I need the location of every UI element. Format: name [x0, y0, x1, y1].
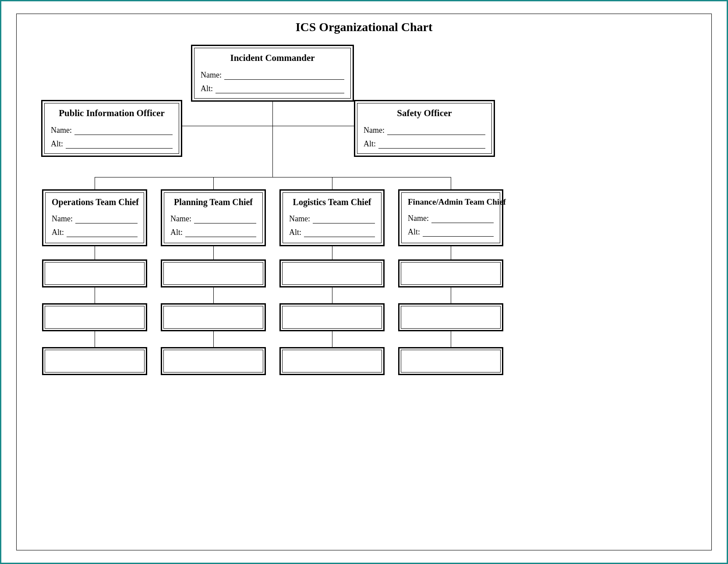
- logistics-chief-title: Logistics Team Chief: [289, 197, 375, 207]
- safety-officer-title: Safety Officer: [364, 108, 485, 119]
- blank-line[interactable]: [378, 141, 485, 149]
- pio-name-field: Name:: [51, 126, 173, 135]
- safety-alt-field: Alt:: [364, 139, 485, 149]
- connector: [182, 126, 354, 126]
- sub-box[interactable]: [42, 347, 147, 375]
- finance-alt-field: Alt:: [408, 227, 494, 237]
- chart-title: ICS Organizational Chart: [17, 20, 711, 34]
- blank-line[interactable]: [185, 229, 256, 237]
- blank-line[interactable]: [194, 216, 256, 223]
- incident-commander-box: Incident Commander Name: Alt:: [191, 45, 354, 102]
- pio-box: Public Information Officer Name: Alt:: [41, 100, 182, 157]
- name-label: Name:: [201, 71, 222, 80]
- finance-name-field: Name:: [408, 214, 494, 223]
- planning-alt-field: Alt:: [170, 228, 256, 237]
- sub-box[interactable]: [279, 303, 385, 331]
- blank-line[interactable]: [74, 127, 173, 135]
- inner-frame: ICS Organizational Chart Incident Comman…: [16, 14, 712, 550]
- safety-name-field: Name:: [364, 126, 485, 135]
- pio-title: Public Information Officer: [51, 108, 173, 119]
- name-label: Name:: [51, 126, 72, 135]
- sub-box[interactable]: [42, 303, 147, 331]
- operations-chief-box: Operations Team Chief Name: Alt:: [42, 189, 147, 246]
- alt-label: Alt:: [51, 139, 63, 149]
- sub-box[interactable]: [161, 303, 266, 331]
- planning-chief-title: Planning Team Chief: [170, 197, 256, 207]
- sub-box[interactable]: [279, 259, 385, 287]
- operations-alt-field: Alt:: [52, 228, 138, 237]
- operations-chief-title: Operations Team Chief: [52, 197, 138, 207]
- sub-box[interactable]: [42, 259, 147, 287]
- alt-label: Alt:: [289, 228, 301, 237]
- planning-name-field: Name:: [170, 214, 256, 223]
- blank-line[interactable]: [423, 229, 494, 237]
- connector: [95, 177, 95, 190]
- connector: [451, 177, 451, 190]
- alt-label: Alt:: [170, 228, 183, 237]
- sub-box[interactable]: [398, 347, 503, 375]
- name-label: Name:: [170, 214, 191, 223]
- name-label: Name:: [364, 126, 385, 135]
- alt-label: Alt:: [364, 139, 376, 149]
- alt-label: Alt:: [408, 227, 420, 237]
- blank-line[interactable]: [387, 127, 485, 135]
- planning-chief-box: Planning Team Chief Name: Alt:: [161, 189, 266, 246]
- finance-chief-title: Finance/Admin Team Chief: [408, 197, 494, 207]
- outer-frame: ICS Organizational Chart Incident Comman…: [0, 0, 728, 564]
- name-label: Name:: [52, 214, 73, 223]
- logistics-chief-box: Logistics Team Chief Name: Alt:: [279, 189, 385, 246]
- blank-line[interactable]: [66, 141, 173, 149]
- finance-chief-box: Finance/Admin Team Chief Name: Alt:: [398, 189, 503, 246]
- sub-box[interactable]: [398, 259, 503, 287]
- incident-commander-title: Incident Commander: [201, 53, 344, 64]
- sub-box[interactable]: [161, 259, 266, 287]
- connector: [332, 177, 332, 190]
- name-label: Name:: [289, 214, 310, 223]
- blank-line[interactable]: [216, 85, 344, 93]
- connector: [272, 100, 273, 126]
- sub-box[interactable]: [161, 347, 266, 375]
- blank-line[interactable]: [67, 229, 138, 237]
- alt-label: Alt:: [52, 228, 64, 237]
- connector: [95, 177, 451, 177]
- alt-label: Alt:: [201, 84, 213, 93]
- commander-alt-field: Alt:: [201, 84, 344, 93]
- connector: [213, 177, 214, 190]
- sub-box[interactable]: [279, 347, 385, 375]
- blank-line[interactable]: [313, 216, 375, 223]
- blank-line[interactable]: [75, 216, 138, 223]
- logistics-name-field: Name:: [289, 214, 375, 223]
- operations-name-field: Name:: [52, 214, 138, 223]
- connector: [272, 126, 273, 177]
- commander-name-field: Name:: [201, 71, 344, 80]
- logistics-alt-field: Alt:: [289, 228, 375, 237]
- safety-officer-box: Safety Officer Name: Alt:: [354, 100, 495, 157]
- blank-line[interactable]: [431, 215, 494, 223]
- name-label: Name:: [408, 214, 429, 223]
- blank-line[interactable]: [304, 229, 375, 237]
- sub-box[interactable]: [398, 303, 503, 331]
- pio-alt-field: Alt:: [51, 139, 173, 149]
- blank-line[interactable]: [224, 72, 344, 80]
